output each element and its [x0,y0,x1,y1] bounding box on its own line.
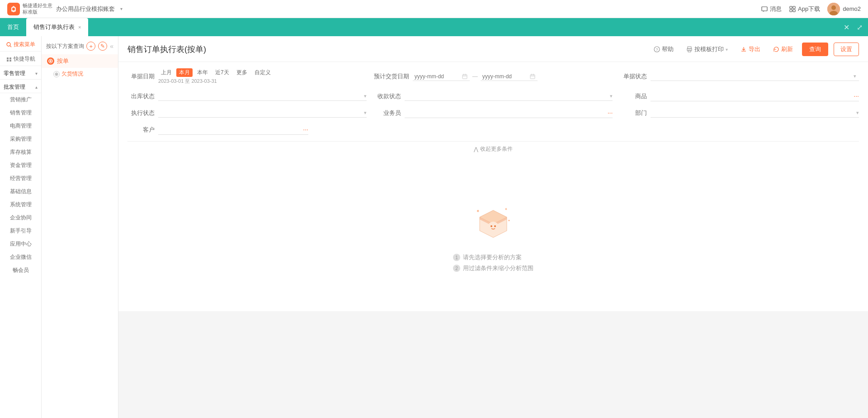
payment-chevron: ▾ [610,93,613,99]
tab-sales-order[interactable]: 销售订单执行表 × [26,18,88,36]
expected-date-end-input[interactable] [482,73,528,80]
empty-tip-2: 2 用过滤条件来缩小分析范围 [453,264,533,272]
collapse-icon: ⋀ [474,146,478,152]
svg-rect-11 [7,57,9,59]
sidebar-item-retail[interactable]: 零售管理 ▾ [0,66,41,79]
collapse-btn[interactable]: ⋀ 收起更多条件 [127,141,859,157]
execution-control: ▾ [158,109,367,118]
date-tab-this-year[interactable]: 本年 [194,68,211,77]
tab-bar: 首页 销售订单执行表 × ✕ ⤢ [0,18,868,36]
window-expand-btn[interactable]: ⤢ [855,21,864,33]
window-close-btn[interactable]: ✕ [842,21,851,33]
filter-row-1: 单据日期 上月 本月 本年 近7天 更多 自定义 [127,68,859,85]
sidebar-item-enterprise[interactable]: 企业协同 [0,211,41,224]
empty-tips-list: 1 请先选择要分析的方案 2 用过滤条件来缩小分析范围 [453,253,533,275]
filter-date-item: 单据日期 上月 本月 本年 近7天 更多 自定义 [127,68,367,85]
sidebar-item-wechat[interactable]: 企业微信 [0,251,41,264]
settings-btn[interactable]: 设置 [834,43,859,56]
help-icon: ? [654,46,660,52]
svg-rect-1 [762,7,767,11]
help-btn[interactable]: ? 帮助 [650,43,677,55]
sidebar-item-purchase[interactable]: 采购管理 [0,133,41,146]
sidebar-item-operations[interactable]: 经营管理 [0,172,41,185]
sidebar-item-member[interactable]: 畅会员 [0,264,41,277]
left-panel: 按以下方案查询 + ✎ « 按单 欠货情况 [42,36,118,418]
query-btn[interactable]: 查询 [802,43,828,56]
svg-text:✦: ✦ [476,209,480,214]
svg-rect-3 [793,6,795,9]
sub-dot [53,71,60,77]
add-scheme-btn[interactable]: + [86,42,95,51]
sidebar-item-app-center[interactable]: 应用中心 [0,238,41,251]
expected-date-start-wrap [413,72,470,81]
app-download-icon [789,5,796,13]
industry-selector[interactable]: 办公用品行业模拟账套 [56,5,115,13]
header-right: 消息 App下载 demo2 [761,3,861,15]
date-dash: — [472,73,478,80]
svg-rect-14 [9,60,11,62]
industry-dropdown-arrow[interactable]: ▾ [120,6,123,11]
svg-point-9 [7,43,10,46]
user-profile[interactable]: demo2 [827,3,861,15]
main-layout: 搜索菜单 快捷导航 零售管理 ▾ 批发管理 ▴ 营销推广 销售管理 电商管理 采… [0,36,868,418]
goods-control: ··· [651,91,859,101]
salesperson-label: 业务员 [374,109,401,117]
page-header: 销售订单执行表(按单) ? 帮助 按模板打印 ▾ 导出 [118,36,868,62]
date-tab-last-month[interactable]: 上月 [158,68,175,77]
sidebar-section-retail: 零售管理 ▾ [0,66,41,80]
collapse-panel-btn[interactable]: « [110,43,113,50]
filter-customer-item: 客户 ··· [127,124,308,135]
date-tab-custom[interactable]: 自定义 [252,68,274,77]
export-btn[interactable]: 导出 [737,43,764,55]
tip-num-2: 2 [453,265,460,272]
filter-goods-item: 商品 ··· [620,91,859,101]
sidebar-item-ecommerce[interactable]: 电商管理 [0,119,41,133]
tab-close-icon[interactable]: × [78,24,81,30]
outbound-label: 出库状态 [127,92,155,100]
sidebar-item-sales[interactable]: 销售管理 [0,106,41,119]
expected-date-start-input[interactable] [415,73,460,80]
date-tab-this-month[interactable]: 本月 [176,68,193,77]
svg-line-10 [10,46,11,47]
scheme-dot [47,57,54,65]
sidebar-item-finance[interactable]: 资金管理 [0,159,41,172]
sidebar-item-inventory[interactable]: 库存核算 [0,146,41,159]
message-action[interactable]: 消息 [761,5,782,13]
svg-point-36 [491,225,492,227]
refresh-btn[interactable]: 刷新 [769,43,797,55]
svg-rect-24 [462,75,467,79]
logo-text: 畅捷通好生意 标准版 [23,3,52,14]
svg-rect-12 [9,57,11,59]
svg-rect-28 [530,75,535,79]
svg-text:?: ? [656,48,658,52]
date-tab-more[interactable]: 更多 [234,68,250,77]
sidebar-item-marketing[interactable]: 营销推广 [0,93,41,106]
tip-num-1: 1 [453,254,460,261]
sidebar-item-system[interactable]: 系统管理 [0,198,41,211]
left-panel-actions: + ✎ « [86,42,113,51]
sidebar-item-wholesale[interactable]: 批发管理 ▴ [0,80,41,93]
page-title: 销售订单执行表(按单) [127,44,206,55]
salesperson-dots[interactable]: ··· [608,109,613,116]
scheme-item-by-order[interactable]: 按单 [42,54,118,68]
customer-dots[interactable]: ··· [303,126,308,133]
sidebar-quick-nav[interactable]: 快捷导航 [0,52,41,66]
empty-illustration: ✦ ✦ ✦ [471,199,516,244]
scheme-sub-backorder[interactable]: 欠货情况 [42,68,118,80]
customer-control: ··· [158,124,308,135]
svg-rect-5 [793,10,795,12]
tab-home[interactable]: 首页 [0,18,26,36]
sidebar-item-newbie[interactable]: 新手引导 [0,224,41,238]
date-tab-7days[interactable]: 近7天 [212,68,232,77]
customer-label: 客户 [127,126,155,134]
department-control: ▾ [651,109,859,118]
content-area: 销售订单执行表(按单) ? 帮助 按模板打印 ▾ 导出 [118,36,868,418]
sidebar-search[interactable]: 搜索菜单 [0,36,41,52]
sidebar-item-basicinfo[interactable]: 基础信息 [0,185,41,198]
goods-dots[interactable]: ··· [854,92,859,100]
edit-scheme-btn[interactable]: ✎ [98,42,107,51]
department-chevron: ▾ [856,110,859,116]
app-download-action[interactable]: App下载 [789,5,820,13]
date-tabs: 上月 本月 本年 近7天 更多 自定义 [158,68,274,77]
template-print-btn[interactable]: 按模板打印 ▾ [683,43,731,55]
